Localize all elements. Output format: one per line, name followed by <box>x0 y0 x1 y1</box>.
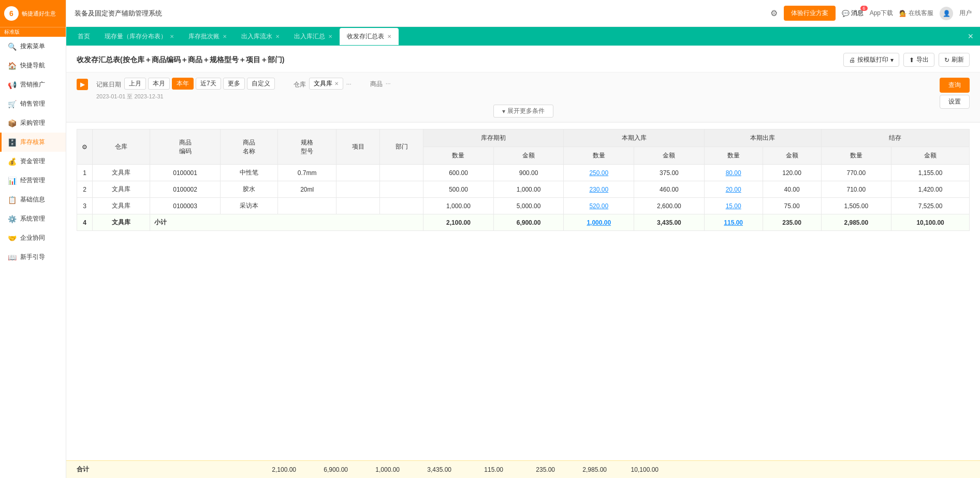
row-bal-amt: 7,525.00 <box>891 198 970 214</box>
row-out-qty[interactable]: 15.00 <box>704 198 763 214</box>
query-button[interactable]: 查询 <box>940 78 970 93</box>
sidebar-item-sales[interactable]: 🛒 销售管理 <box>0 94 66 113</box>
tab-label: 现存量（库存分布表） <box>105 32 167 41</box>
trial-industry-button[interactable]: 体验行业方案 <box>784 6 836 21</box>
sidebar-item-quick-nav[interactable]: 🏠 快捷导航 <box>0 56 66 75</box>
col-group-out: 本期出库 <box>704 129 821 147</box>
sidebar-item-label: 新手引导 <box>20 253 45 262</box>
sidebar-item-inventory[interactable]: 🗄️ 库存核算 <box>0 133 66 152</box>
date-btn-custom[interactable]: 自定义 <box>247 78 275 90</box>
tab-home-label: 首页 <box>78 32 90 41</box>
row-code: 0100002 <box>150 181 221 198</box>
filter-right-buttons: 查询 设置 <box>940 78 970 109</box>
tab-flow[interactable]: 出入库流水 ✕ <box>234 28 287 45</box>
date-btn-this-year[interactable]: 本年 <box>172 78 194 90</box>
subtotal-in-qty[interactable]: 1,000.00 <box>564 214 634 231</box>
subtotal-bal-amt: 10,100.00 <box>891 214 970 231</box>
tab-close-icon[interactable]: ✕ <box>387 34 391 39</box>
row-project <box>337 181 380 198</box>
row-open-amt: 900.00 <box>493 165 564 181</box>
row-bal-amt: 1,155.00 <box>891 165 970 181</box>
sidebar-item-basic-info[interactable]: 📋 基础信息 <box>0 190 66 209</box>
row-no: 1 <box>77 165 93 181</box>
row-name: 胶水 <box>220 181 277 198</box>
date-btn-more[interactable]: 更多 <box>223 78 245 90</box>
tab-close-icon[interactable]: ✕ <box>223 34 227 39</box>
footer-out-amt-val: 235.00 <box>514 466 555 473</box>
row-out-qty[interactable]: 80.00 <box>704 165 763 181</box>
sidebar-item-guide[interactable]: 📖 新手引导 <box>0 248 66 267</box>
col-group-balance: 结存 <box>821 129 970 147</box>
warehouse-tag[interactable]: 文具库 ✕ <box>309 78 343 90</box>
row-in-qty[interactable]: 230.00 <box>564 181 634 198</box>
app-download-button[interactable]: App下载 <box>870 9 893 18</box>
tab-inventory-dist[interactable]: 现存量（库存分布表） ✕ <box>97 28 181 45</box>
sidebar-item-enterprise[interactable]: 🤝 企业协同 <box>0 228 66 248</box>
row-out-qty[interactable]: 20.00 <box>704 181 763 198</box>
tab-home[interactable]: 首页 <box>70 28 97 45</box>
tab-close-icon[interactable]: ✕ <box>275 34 280 39</box>
settings-gear-icon[interactable]: ⚙ <box>770 8 778 18</box>
remove-warehouse-icon[interactable]: ✕ <box>334 81 339 86</box>
warehouse-more-button[interactable]: ··· <box>346 80 352 88</box>
table-row: 1 文具库 0100001 中性笔 0.7mm 600.00 900.00 25… <box>77 165 970 181</box>
row-in-qty[interactable]: 520.00 <box>564 198 634 214</box>
footer-in-qty-val: 1,000.00 <box>358 466 400 473</box>
sidebar-item-finance[interactable]: 💰 资金管理 <box>0 152 66 171</box>
filter-expand-button[interactable]: ▶ <box>77 79 88 90</box>
subtotal-in-amt: 3,435.00 <box>634 214 705 231</box>
online-service-button[interactable]: 💁 在线客服 <box>899 9 933 18</box>
sidebar-item-label: 快捷导航 <box>20 61 45 70</box>
date-btn-last-month[interactable]: 上月 <box>124 78 146 90</box>
purchase-icon: 📦 <box>8 119 16 127</box>
sidebar-item-label: 库存核算 <box>20 138 45 147</box>
sidebar-logo: 6 畅捷通好生意 <box>0 0 66 27</box>
avatar[interactable]: 👤 <box>940 7 953 20</box>
row-no: 2 <box>77 181 93 198</box>
row-project <box>337 165 380 181</box>
table-settings-col[interactable]: ⚙ <box>77 129 93 165</box>
expand-more-conditions-button[interactable]: ▾ 展开更多条件 <box>493 105 553 118</box>
subtotal-row: 4 文具库 小计 2,100.00 6,900.00 1,000.00 3,43… <box>77 214 970 231</box>
filter-settings-button[interactable]: 设置 <box>940 95 970 109</box>
row-name: 采访本 <box>220 198 277 214</box>
goods-more-button[interactable]: ··· <box>386 80 391 87</box>
subtotal-out-qty[interactable]: 115.00 <box>704 214 763 231</box>
row-open-amt: 5,000.00 <box>493 198 564 214</box>
sidebar-item-marketing[interactable]: 📢 营销推广 <box>0 75 66 94</box>
close-all-tabs-button[interactable]: ✕ <box>961 28 980 45</box>
row-warehouse: 文具库 <box>93 198 150 214</box>
refresh-button[interactable]: ↻ 刷新 <box>939 53 970 67</box>
message-icon: 💬 <box>842 10 850 17</box>
message-button[interactable]: 💬 6 消息 <box>842 9 864 18</box>
template-print-button[interactable]: 🖨 按模版打印 ▾ <box>843 53 899 67</box>
tab-close-icon[interactable]: ✕ <box>328 34 332 39</box>
row-in-qty[interactable]: 250.00 <box>564 165 634 181</box>
col-bal-amt: 金额 <box>891 147 970 165</box>
warehouse-filter-label: 仓库 <box>294 80 306 89</box>
filter-main-row: ▶ 记账日期 上月 本月 本年 近7天 更多 自定义 2023-01-0 <box>66 73 980 103</box>
date-btn-7days[interactable]: 近7天 <box>196 78 221 90</box>
sidebar-item-label: 系统管理 <box>20 214 45 223</box>
col-goods-code: 商品编码 <box>150 129 221 165</box>
tab-batch[interactable]: 库存批次账 ✕ <box>181 28 234 45</box>
sidebar-item-purchase[interactable]: 📦 采购管理 <box>0 113 66 133</box>
sidebar-item-operations[interactable]: 📊 经营管理 <box>0 171 66 190</box>
message-badge: 6 <box>860 6 868 11</box>
col-goods-spec: 规格型号 <box>278 129 337 165</box>
tab-label: 库存批次账 <box>188 32 220 41</box>
col-bal-qty: 数量 <box>821 147 891 165</box>
date-btn-this-month[interactable]: 本月 <box>148 78 170 90</box>
sidebar-item-search[interactable]: 🔍 搜索菜单 <box>0 37 66 56</box>
tab-receipt-summary[interactable]: 收发存汇总表 ✕ <box>340 28 399 45</box>
row-open-amt: 1,000.00 <box>493 181 564 198</box>
row-no: 3 <box>77 198 93 214</box>
row-bal-qty: 710.00 <box>821 181 891 198</box>
tab-summary-inout[interactable]: 出入库汇总 ✕ <box>287 28 340 45</box>
sales-icon: 🛒 <box>8 100 16 108</box>
tab-close-icon[interactable]: ✕ <box>170 34 174 39</box>
row-spec: 20ml <box>278 181 337 198</box>
export-button[interactable]: ⬆ 导出 <box>903 53 934 67</box>
subtotal-open-amt: 6,900.00 <box>493 214 564 231</box>
sidebar-item-system[interactable]: ⚙️ 系统管理 <box>0 209 66 228</box>
